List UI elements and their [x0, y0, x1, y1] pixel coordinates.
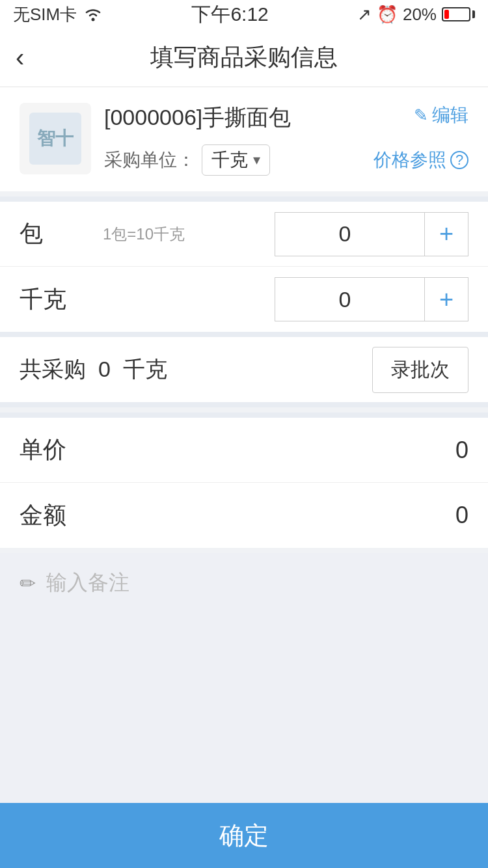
- svg-point-0: [92, 18, 95, 21]
- product-logo: 智十: [29, 113, 81, 165]
- total-row: 共采购 0 千克 录批次: [0, 337, 488, 402]
- remark-section[interactable]: ✏ 输入备注: [0, 553, 488, 613]
- status-left: 无SIM卡: [13, 3, 103, 26]
- unit-price-row: 单价 0: [0, 418, 488, 483]
- edit-icon: ✎: [414, 105, 428, 126]
- unit-select[interactable]: 千克 ▾: [202, 144, 270, 176]
- unit-selector-group: 采购单位： 千克 ▾: [104, 144, 270, 176]
- product-name: [0000006]手撕面包: [104, 103, 291, 133]
- battery-pct: 20%: [403, 5, 437, 25]
- product-image: 智十: [20, 103, 91, 174]
- price-section: 单价 0 金额 0: [0, 413, 488, 548]
- carrier-label: 无SIM卡: [13, 3, 77, 26]
- bag-sub-label: 1包=10千克: [103, 224, 185, 245]
- total-section: 共采购 0 千克 录批次: [0, 332, 488, 402]
- page-title: 填写商品采购信息: [150, 42, 338, 74]
- price-ref-button[interactable]: 价格参照 ?: [373, 148, 468, 172]
- bag-input-group: +: [275, 212, 468, 256]
- kg-input-group: +: [275, 277, 468, 321]
- kg-plus-button[interactable]: +: [424, 277, 468, 321]
- separator-1: [0, 197, 488, 202]
- kg-label: 千克: [20, 284, 98, 316]
- separator-2: [0, 402, 488, 407]
- product-unit-row: 采购单位： 千克 ▾ 价格参照 ?: [104, 144, 468, 176]
- status-right: ↗ ⏰ 20%: [357, 5, 475, 25]
- bag-input-row: 包 1包=10千克 +: [0, 202, 488, 267]
- product-card: 智十 [0000006]手撕面包 ✎ 编辑 采购单位： 千克 ▾ 价格参照 ?: [0, 87, 488, 197]
- kg-input-row: 千克 +: [0, 267, 488, 332]
- back-button[interactable]: ‹: [16, 43, 24, 72]
- product-header: [0000006]手撕面包 ✎ 编辑: [104, 103, 468, 133]
- battery-indicator: [442, 7, 475, 21]
- alarm-icon: ⏰: [377, 5, 398, 25]
- kg-input[interactable]: [275, 277, 424, 321]
- amount-row: 金额 0: [0, 483, 488, 548]
- help-icon: ?: [450, 151, 468, 169]
- pencil-icon: ✏: [20, 572, 36, 595]
- status-time: 下午6:12: [191, 1, 268, 28]
- amount-label: 金额: [20, 500, 66, 532]
- unit-price-value: 0: [455, 437, 468, 464]
- location-icon: ↗: [357, 5, 372, 25]
- product-info: [0000006]手撕面包 ✎ 编辑 采购单位： 千克 ▾ 价格参照 ?: [104, 103, 468, 176]
- bottom-spacer: [0, 613, 488, 808]
- unit-label: 采购单位：: [104, 148, 195, 172]
- bag-plus-button[interactable]: +: [424, 212, 468, 256]
- edit-button[interactable]: ✎ 编辑: [414, 103, 468, 128]
- bag-label: 包: [20, 218, 98, 250]
- status-bar: 无SIM卡 下午6:12 ↗ ⏰ 20%: [0, 0, 488, 29]
- remark-placeholder: 输入备注: [46, 569, 129, 597]
- unit-price-label: 单价: [20, 434, 66, 466]
- nav-bar: ‹ 填写商品采购信息: [0, 29, 488, 87]
- input-section: 包 1包=10千克 + 千克 +: [0, 202, 488, 332]
- amount-value: 0: [455, 502, 468, 529]
- confirm-button[interactable]: 确定: [0, 803, 488, 868]
- wifi-icon: [83, 7, 103, 21]
- total-amount: 0: [98, 357, 111, 381]
- total-label: 共采购 0 千克: [20, 355, 167, 385]
- batch-button[interactable]: 录批次: [372, 347, 468, 393]
- bag-input[interactable]: [275, 212, 424, 256]
- chevron-down-icon: ▾: [253, 152, 260, 169]
